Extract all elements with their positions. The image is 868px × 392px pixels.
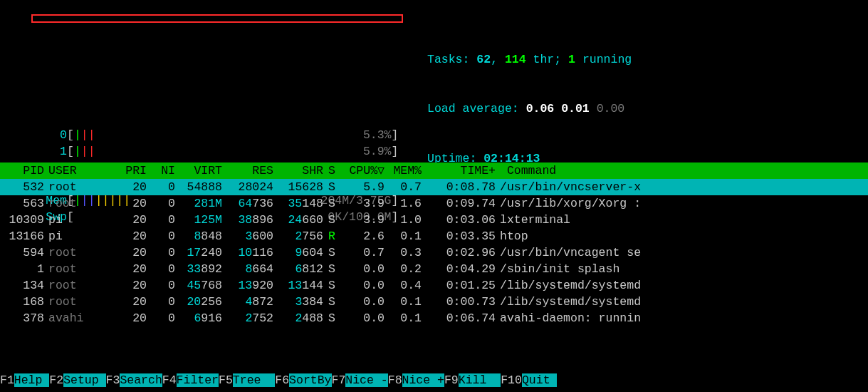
fkey-label-F3[interactable]: Search	[120, 373, 162, 387]
fkey-label-F9[interactable]: Kill	[459, 373, 501, 387]
fkey-label-F8[interactable]: Nice +	[402, 373, 444, 387]
table-row[interactable]: 532root200548882802415628S5.90.70:08.78/…	[0, 179, 868, 195]
process-table: PIDUSERPRINIVIRTRESSHRSCPU%▽MEM%TIME+ Co…	[0, 163, 868, 326]
table-header[interactable]: PIDUSERPRINIVIRTRESSHRSCPU%▽MEM%TIME+ Co…	[0, 163, 868, 179]
table-row[interactable]: 13166pi200884836002756R2.60.10:03.35htop	[0, 228, 868, 244]
system-stats: Tasks: 62, 114 thr; 1 running Load avera…	[427, 19, 632, 183]
fkey-label-F6[interactable]: SortBy	[289, 373, 331, 387]
fkey-F4[interactable]: F4	[162, 373, 177, 387]
fkey-label-F10[interactable]: Quit	[522, 373, 558, 387]
fkey-F9[interactable]: F9	[444, 373, 459, 387]
fkey-label-F1[interactable]: Help	[14, 373, 50, 387]
highlight-box	[31, 14, 403, 23]
table-row[interactable]: 168root2002025648723384S0.00.10:00.73/li…	[0, 294, 868, 310]
table-row[interactable]: 1root2003389286646812S0.00.20:04.29/sbin…	[0, 261, 868, 277]
fkey-F6[interactable]: F6	[275, 373, 289, 387]
fkey-F10[interactable]: F10	[501, 373, 522, 387]
function-key-bar: F1Help F2Setup F3SearchF4FilterF5Tree F6…	[0, 372, 557, 388]
table-row[interactable]: 378avahi200691627522488S0.00.10:06.74ava…	[0, 310, 868, 326]
fkey-F3[interactable]: F3	[106, 373, 120, 387]
fkey-F2[interactable]: F2	[49, 373, 63, 387]
fkey-F5[interactable]: F5	[219, 373, 233, 387]
table-row[interactable]: 563root200281M6473635148S3.91.60:09.74/u…	[0, 195, 868, 212]
table-row[interactable]: 594root20017240101169604S0.70.30:02.96/u…	[0, 244, 868, 261]
fkey-label-F2[interactable]: Setup	[63, 373, 105, 387]
load-line: Load average: 0.06 0.01 0.00	[427, 100, 632, 117]
fkey-label-F7[interactable]: Nice -	[345, 373, 387, 387]
tasks-line: Tasks: 62, 114 thr; 1 running	[427, 51, 632, 68]
fkey-label-F5[interactable]: Tree	[233, 373, 275, 387]
fkey-F7[interactable]: F7	[332, 373, 346, 387]
fkey-F8[interactable]: F8	[388, 373, 402, 387]
fkey-F1[interactable]: F1	[0, 373, 14, 387]
table-row[interactable]: 10309pi200125M3889624660S3.91.00:03.06lx…	[0, 212, 868, 228]
fkey-label-F4[interactable]: Filter	[177, 373, 219, 387]
table-row[interactable]: 134root200457681392013144S0.00.40:01.25/…	[0, 277, 868, 294]
